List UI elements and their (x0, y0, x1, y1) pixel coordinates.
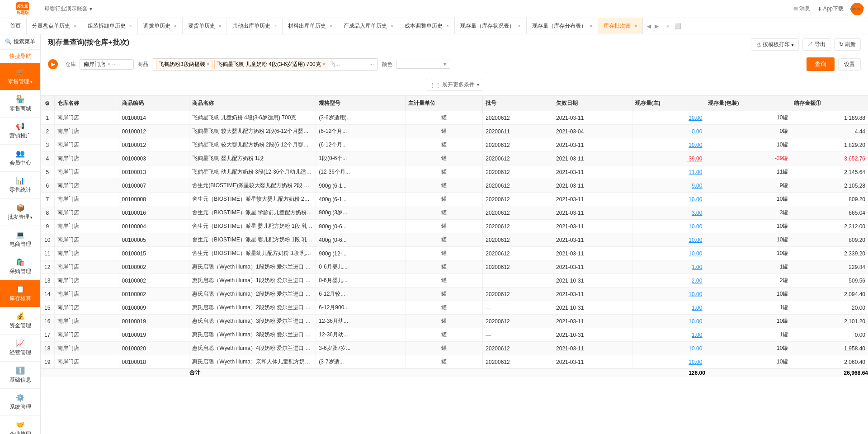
maximize-icon[interactable]: ⬜ (672, 18, 684, 34)
th-product-name: 商品名称 (189, 96, 316, 111)
sidebar-item-label: 基础信息 (9, 376, 31, 384)
td-qty-main[interactable]: 10.00 (632, 111, 705, 125)
collapse-filter-btn[interactable]: ▶ (48, 59, 58, 69)
td-qty-main[interactable]: 1.00 (632, 260, 705, 274)
td-qty-main[interactable]: 10.00 (632, 193, 705, 206)
sidebar-item-purchase[interactable]: 🛍️ 采购管理 (0, 253, 40, 280)
product-more-label: 飞... (330, 61, 340, 68)
tab-1[interactable]: 分量盘点单历史 × (27, 18, 82, 34)
expand-more-row: ⋮⋮ 展开更多条件 ▾ (41, 74, 868, 95)
th-settings[interactable]: ⚙ (41, 96, 54, 111)
td-unit: 罐 (406, 165, 483, 179)
settings-btn[interactable]: 设置 (838, 58, 861, 71)
td-expire: 2021-03-04 (553, 125, 632, 138)
sidebar-item-inventory[interactable]: 📋 库存核算 (0, 280, 40, 307)
tab-7[interactable]: 产成品入库单历史 × (338, 18, 399, 34)
more-products-icon[interactable]: ··· (369, 61, 374, 67)
more-warehouses-icon[interactable]: ··· (112, 61, 117, 67)
tab-6[interactable]: 材料出库单历史 × (283, 18, 338, 34)
close-icon[interactable]: × (129, 24, 132, 28)
close-icon[interactable]: × (174, 24, 177, 28)
table-container[interactable]: ⚙ 仓库名称 商品编码 商品名称 规格型号 主计量单位 批号 失效日期 现存量(… (41, 96, 868, 434)
close-icon[interactable]: × (219, 24, 222, 28)
td-balance: 665.04 (791, 206, 868, 220)
td-qty-main[interactable]: 10.00 (632, 315, 705, 328)
td-warehouse: 南岸门店 (54, 179, 119, 193)
avatar[interactable]: demo2 (851, 3, 863, 15)
table-row: 12 南岸门店 00100002 惠氏启聪（Wyeth illuma）1段奶粉 … (41, 260, 868, 274)
table-row: 3 南岸门店 00100012 飞鹤星飞帆 较大婴儿配方奶粉 2段(6-12个月… (41, 138, 868, 152)
td-qty-main[interactable]: -39.00 (632, 152, 705, 165)
close-product2-icon[interactable]: × (322, 61, 326, 67)
close-icon[interactable]: × (634, 24, 637, 28)
refresh-btn[interactable]: ↻ 刷新 (834, 38, 861, 51)
sidebar-item-members[interactable]: 👥 会员中心 (0, 145, 40, 172)
tab-9[interactable]: 现存量（库存状况表） × (455, 18, 527, 34)
tab-11[interactable]: 库存批次账 × (598, 18, 643, 34)
table-row: 5 南岸门店 00100013 飞鹤星飞帆 幼儿配方奶粉 3段(12-36个月幼… (41, 165, 868, 179)
nav-prev-icon[interactable]: ◀ (646, 22, 652, 30)
tab-3[interactable]: 调拨单历史 × (138, 18, 183, 34)
nav-next-icon[interactable]: ▶ (653, 22, 660, 30)
td-no: 2 (41, 125, 54, 138)
td-qty-main[interactable]: 11.00 (632, 165, 705, 179)
tab-10[interactable]: 现存量（库存分布表） × (527, 18, 599, 34)
messages-btn[interactable]: ✉ 消息 (793, 5, 810, 13)
expand-more-btn[interactable]: ⋮⋮ 展开更多条件 ▾ (426, 79, 483, 91)
td-qty-main[interactable]: 9.00 (632, 179, 705, 193)
query-btn[interactable]: 查询 (807, 57, 835, 71)
tab-4[interactable]: 要货单历史 × (183, 18, 227, 34)
td-qty-main[interactable]: 10.00 (632, 138, 705, 152)
industry-selector[interactable]: 母婴行业演示账套 ▾ (44, 5, 790, 13)
td-qty-pack: 10罐 (705, 138, 791, 152)
close-icon[interactable]: × (74, 24, 76, 28)
tab-5[interactable]: 其他出库单历史 × (227, 18, 283, 34)
td-qty-main[interactable]: 10.00 (632, 233, 705, 247)
td-qty-main[interactable]: 10.00 (632, 247, 705, 260)
close-all-btn[interactable]: × (663, 18, 672, 34)
td-qty-main[interactable]: 10.00 (632, 342, 705, 355)
sidebar-item-marketing[interactable]: 📢 营销推广 (0, 118, 40, 145)
td-batch: 20200612 (483, 152, 553, 165)
app-download-btn[interactable]: ⬇ App下载 (817, 5, 844, 13)
td-qty-main[interactable]: 2.00 (632, 274, 705, 288)
sidebar-item-retail-mall[interactable]: 🏪 零售商城 (0, 90, 40, 118)
td-batch: 20200612 (483, 355, 553, 369)
td-qty-main[interactable]: 10.00 (632, 220, 705, 233)
td-qty-main[interactable]: 3.00 (632, 206, 705, 220)
tab-2[interactable]: 组装拆卸单历史 × (82, 18, 138, 34)
close-warehouse-icon[interactable]: × (107, 61, 110, 67)
td-qty-pack: 10罐 (705, 233, 791, 247)
sidebar-item-wholesale[interactable]: 📦 批发管理 ▾ (0, 199, 40, 226)
sidebar-item-retail-stats[interactable]: 📊 零售统计 (0, 172, 40, 199)
close-icon[interactable]: × (330, 24, 332, 28)
close-icon[interactable]: × (518, 24, 521, 28)
td-qty-main[interactable]: 1.00 (632, 301, 705, 315)
td-qty-main[interactable]: 1.00 (632, 328, 705, 342)
sidebar-item-basic-info[interactable]: ℹ️ 基础信息 (0, 362, 40, 389)
download-icon: ⬇ (817, 6, 822, 12)
sidebar-search[interactable]: 🔍 搜索菜单 (0, 34, 40, 50)
close-icon[interactable]: × (391, 24, 393, 28)
td-qty-main[interactable]: 0.00 (632, 125, 705, 138)
sidebar-item-retail-management[interactable]: 🛒 零售管理 ▾ (0, 63, 40, 90)
td-qty-main[interactable]: 10.00 (632, 288, 705, 301)
close-product1-icon[interactable]: × (207, 61, 210, 67)
print-btn[interactable]: 🖨 按模板打印 ▾ (751, 38, 799, 51)
tab-8[interactable]: 成本调整单历史 × (399, 18, 455, 34)
color-filter[interactable]: ▾ (396, 60, 450, 69)
sidebar-item-ecommerce[interactable]: 💻 电商管理 (0, 226, 40, 253)
close-icon[interactable]: × (446, 24, 449, 28)
sidebar-item-operations[interactable]: 📈 经营管理 (0, 335, 40, 362)
close-icon[interactable]: × (274, 24, 277, 28)
export-btn[interactable]: ↗ 导出 (802, 38, 830, 51)
td-qty-main[interactable]: 10.00 (632, 355, 705, 369)
sidebar-quick-nav[interactable]: 快捷导航 (0, 50, 40, 63)
sidebar-item-system[interactable]: ⚙️ 系统管理 (0, 389, 40, 416)
td-expire: 2021-03-11 (553, 247, 632, 260)
sidebar-item-finance[interactable]: 💰 资金管理 (0, 307, 40, 335)
sidebar-item-enterprise-collab[interactable]: 🤝 企业协同 (0, 416, 40, 434)
tab-home[interactable]: 首页 (5, 18, 27, 34)
close-icon[interactable]: × (590, 24, 593, 28)
td-unit: 罐 (406, 220, 483, 233)
